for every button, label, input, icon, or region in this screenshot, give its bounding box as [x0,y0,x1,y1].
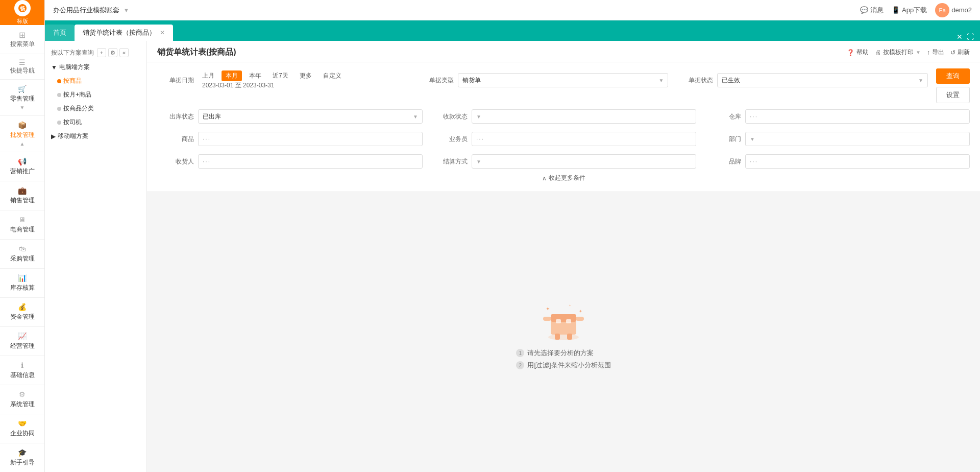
sidebar-item-retail[interactable]: 🛒 零售管理 ▼ [0,80,44,116]
settlement-cell: 结算方式 ▼ [431,152,696,171]
left-panel-icons: + ⚙ « [97,48,129,57]
payment-status-select[interactable]: ▼ [472,109,696,124]
print-icon: 🖨 [875,49,881,56]
payment-status-cell: 收款状态 ▼ [431,107,696,126]
salesperson-cell: 业务员 ··· [431,130,696,148]
export-btn[interactable]: ↑ 导出 [927,48,944,57]
goods-select[interactable]: ··· [198,132,423,146]
tree-item-by-month-goods[interactable]: 按月+商品 [45,88,146,102]
top-header-actions: 💬 消息 📱 App下载 Ea demo2 [860,3,972,17]
tab-close-icon[interactable]: ✕ [160,29,165,36]
user-profile[interactable]: Ea demo2 [935,3,972,17]
sidebar-item-marketing[interactable]: 📢 营销推广 [0,152,44,181]
tree-item-by-category[interactable]: 按商品分类 [45,102,146,115]
sidebar-item-enterprise-collab[interactable]: 🤝 企业协同 [0,414,44,443]
warehouse-status-label: 出库状态 [157,112,198,121]
warehouse-label: 仓库 [704,112,745,121]
date-btn-last-month[interactable]: 上月 [198,70,218,81]
dept-select[interactable]: ▼ [745,132,970,146]
content-wrapper: 按以下方案查询 + ⚙ « ▼ 电脑端方案 按商品 按月+商品 [45,41,980,472]
receiver-select[interactable]: ··· [198,154,423,169]
page-header: 销货单统计表(按商品) ❓ 帮助 🖨 按模板打印 ▼ ↑ 导出 [147,41,980,62]
collapse-panel-btn[interactable]: « [119,48,129,57]
tree-item-by-driver[interactable]: 按司机 [45,115,146,129]
logo[interactable]: 畅 标版 [0,0,45,25]
salesperson-select[interactable]: ··· [472,132,696,146]
app-download-btn[interactable]: 📱 App下载 [892,6,927,15]
print-btn[interactable]: 🖨 按模板打印 ▼ [875,48,921,57]
sidebar-item-finance[interactable]: 💰 资金管理 [0,298,44,327]
query-button[interactable]: 查询 [936,68,970,84]
sidebar-item-inventory[interactable]: 📊 库存核算 [0,269,44,298]
workspace-label: 办公用品行业模拟账套 [53,6,119,15]
settlement-select[interactable]: ▼ [472,154,696,169]
date-btn-custom[interactable]: 自定义 [319,70,346,81]
help-btn[interactable]: ❓ 帮助 [847,48,869,57]
tree-item-by-goods-label: 按商品 [63,77,82,85]
workspace-selector[interactable]: 办公用品行业模拟账套 ▼ [53,6,129,15]
svg-rect-10 [576,317,584,321]
date-btn-7days[interactable]: 近7天 [268,70,292,81]
tab-close-all-icon[interactable]: ✕ [957,33,963,41]
sidebar-item-operation[interactable]: 📈 经营管理 [0,327,44,356]
tab-expand-icon[interactable]: ⛶ [967,33,974,41]
svg-text:✦: ✦ [569,304,571,307]
tab-sales-report[interactable]: 销货单统计表（按商品） ✕ [75,25,173,41]
doc-status-cell: 单据状态 已生效 ▼ [676,68,928,92]
doc-status-select[interactable]: 已生效 ▼ [717,73,928,87]
svg-rect-4 [551,314,576,322]
collapse-icon: ∧ [542,175,547,182]
warehouse-status-select[interactable]: 已出库 ▼ [198,109,423,124]
doc-status-label: 单据状态 [676,76,717,85]
top-header: 办公用品行业模拟账套 ▼ 💬 消息 📱 App下载 Ea demo2 [45,0,980,20]
tree-section-desktop[interactable]: ▼ 电脑端方案 [45,60,146,74]
tab-home[interactable]: 首页 [45,25,75,41]
left-panel-title: 按以下方案查询 [51,49,94,57]
refresh-btn[interactable]: ↺ 刷新 [950,48,970,57]
settings-button[interactable]: 设置 [936,87,970,103]
warehouse-cell: 仓库 ··· [704,107,970,126]
page-actions: ❓ 帮助 🖨 按模板打印 ▼ ↑ 导出 ↺ 刷新 [847,48,970,57]
message-btn[interactable]: 💬 消息 [860,6,884,15]
export-label: 导出 [932,48,944,57]
sidebar-item-system[interactable]: ⚙ 系统管理 [0,385,44,414]
logo-icon: 畅 [14,0,31,16]
add-scheme-btn[interactable]: + [97,48,106,57]
warehouse-status-chevron: ▼ [413,114,418,120]
warehouse-select[interactable]: ··· [745,109,970,124]
sidebar-item-wholesale[interactable]: 📦 批发管理 ▲ [0,116,44,152]
tree-item-by-goods[interactable]: 按商品 [45,74,146,88]
doc-status-chevron: ▼ [918,78,923,83]
svg-rect-7 [555,334,560,340]
sidebar-item-search-menu[interactable]: ⊞ 搜索菜单 [0,25,44,54]
tree-section-mobile[interactable]: ▶ 移动端方案 [45,129,146,143]
message-label: 消息 [870,6,884,15]
date-label: 单据日期 [157,76,198,85]
home-tab-label: 首页 [53,28,66,37]
collapse-label: 收起更多条件 [549,174,585,182]
tree-item-by-month-goods-label: 按月+商品 [63,90,91,99]
tip-2-text: 用[过滤]条件来缩小分析范围 [527,361,610,370]
tip-1-text: 请先选择要分析的方案 [527,348,594,358]
svg-text:畅: 畅 [20,6,25,11]
sidebar-item-sales[interactable]: 💼 销售管理 [0,181,44,210]
sidebar-item-newbie[interactable]: 🎓 新手引导 [0,443,44,472]
date-btn-this-month[interactable]: 本月 [222,70,242,81]
tree-section-desktop-label: 电脑端方案 [59,63,90,72]
brand-select[interactable]: ··· [745,154,970,169]
sidebar-item-basic-info[interactable]: ℹ 基础信息 [0,356,44,385]
item-icon [57,107,61,111]
sidebar-item-purchase[interactable]: 🛍 采购管理 [0,240,44,269]
doc-type-select[interactable]: 销货单 ▼ [458,73,669,87]
empty-illustration: ✦ ✦ ✦ [538,291,589,342]
payment-status-chevron: ▼ [476,114,481,120]
edit-scheme-btn[interactable]: ⚙ [108,48,117,57]
help-label: 帮助 [856,48,869,57]
doc-type-label: 单据类型 [417,76,458,85]
date-btn-more[interactable]: 更多 [296,70,316,81]
tree-section-mobile-arrow: ▶ [51,133,56,140]
sidebar-item-ecommerce[interactable]: 🖥 电商管理 [0,210,44,240]
collapse-btn[interactable]: ∧ 收起更多条件 [157,171,970,185]
date-btn-this-year[interactable]: 本年 [245,70,265,81]
sidebar-item-quick-nav[interactable]: ☰ 快捷导航 [0,54,44,80]
